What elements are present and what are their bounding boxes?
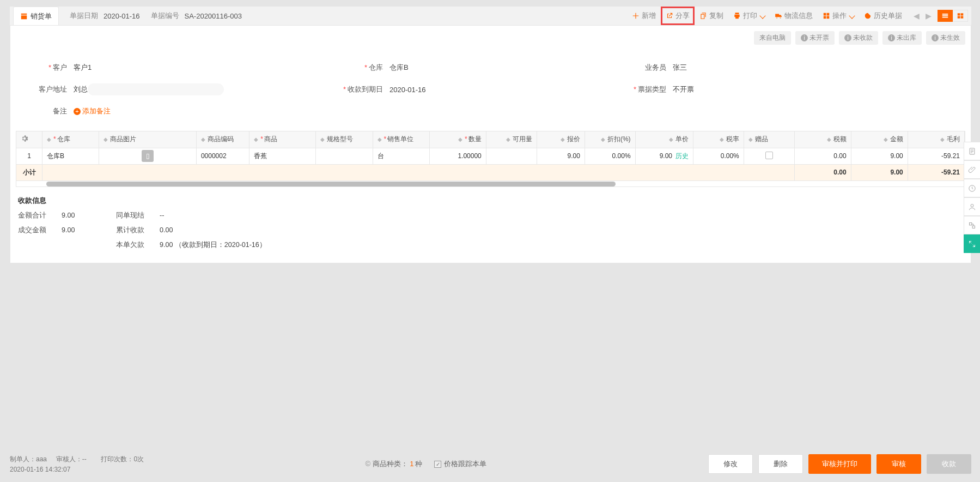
invoicetype-value[interactable]: 不开票 [673,85,694,94]
audit-button[interactable]: 审核 [876,454,921,474]
col-unit[interactable]: ◆*销售单位 [373,131,429,148]
edit-button[interactable]: 修改 [708,454,753,474]
delete-button[interactable]: 删除 [758,454,803,474]
salesman-value[interactable]: 张三 [673,63,687,73]
rail-user-icon[interactable] [964,197,980,216]
chevron-down-icon [849,13,855,19]
col-spec[interactable]: ◆规格型号 [316,131,373,148]
receive-button[interactable]: 收款 [927,454,971,474]
horizontal-scrollbar[interactable] [16,181,965,187]
col-code[interactable]: ◆商品编码 [196,131,249,148]
col-profit[interactable]: ◆毛利 [908,131,964,148]
cell-unit[interactable]: 台 [373,148,429,164]
audit-print-button[interactable]: 审核并打印 [808,454,871,474]
status-no-out[interactable]: i未出库 [882,31,922,45]
col-qty[interactable]: ◆*数量 [429,131,486,148]
subtotal-profit: -59.21 [908,164,964,180]
payment-title: 收款信息 [18,196,963,206]
rail-expand-icon[interactable] [964,234,980,253]
image-placeholder-icon: ▯ [142,150,154,162]
share-button-highlight: 分享 [661,7,695,25]
checkbox-icon[interactable] [765,152,773,159]
cell-price[interactable]: 9.00历史 [635,148,693,164]
col-gift[interactable]: ◆赠品 [744,131,794,148]
col-discount[interactable]: ◆折扣(%) [585,131,635,148]
col-taxrate[interactable]: ◆税率 [693,131,744,148]
debt-value: 9.00 （收款到期日：2020-01-16） [160,240,266,250]
sales-order-icon [20,13,28,20]
rail-note-icon[interactable] [964,142,980,160]
print-button[interactable]: 打印 [728,7,770,25]
add-remark-link[interactable]: +添加备注 [74,106,111,116]
footer: 制单人：aaa 审核人：-- 打印次数：0次 2020-01-16 14:32:… [10,450,971,478]
cell-gift[interactable] [744,148,794,164]
doc-no-label: 单据编号 [151,11,179,21]
share-icon [666,12,673,20]
col-product[interactable]: ◆*商品 [249,131,316,148]
price-follow-checkbox[interactable]: ✓价格跟踪本单 [434,459,486,469]
cell-code[interactable]: 0000002 [196,148,249,164]
cell-taxrate[interactable]: 0.00% [693,148,744,164]
cell-spec[interactable] [316,148,373,164]
prev-doc-button[interactable]: ◀ [910,10,922,22]
copy-button[interactable]: 复制 [695,7,728,25]
subtotal-amount: 9.00 [851,164,908,180]
address-redacted [88,83,224,95]
logistics-button[interactable]: 物流信息 [770,7,818,25]
col-warehouse[interactable]: ◆*仓库 [42,131,99,148]
acc-label: 累计收款 [116,226,155,235]
col-settings[interactable] [16,131,42,148]
warehouse-value[interactable]: 仓库B [389,63,409,73]
status-source: 来自电脑 [754,31,791,45]
total-label: 金额合计 [18,211,57,220]
col-quote[interactable]: ◆报价 [537,131,585,148]
status-no-invoice[interactable]: i未开票 [795,31,835,45]
cell-product[interactable]: 香蕉 [249,148,316,164]
settle-value: -- [160,212,164,219]
new-button[interactable]: 新增 [627,7,661,25]
view-list-button[interactable] [938,10,953,22]
subtotal-row: 小计 0.00 9.00 -59.21 [16,164,965,180]
warehouse-label: 仓库 [369,63,383,71]
cell-image[interactable]: ▯ [99,148,197,164]
col-amount[interactable]: ◆金额 [851,131,908,148]
payment-section: 收款信息 金额合计9.00 成交金额9.00 同单现结-- 累计收款0.00 本… [10,187,971,255]
price-history-link[interactable]: 历史 [675,152,689,160]
col-tax[interactable]: ◆税额 [794,131,851,148]
share-button[interactable]: 分享 [666,7,690,25]
customer-value[interactable]: 客户1 [74,63,92,73]
next-doc-button[interactable]: ▶ [922,10,934,22]
cell-discount[interactable]: 0.00% [585,148,635,164]
doc-date-value: 2020-01-16 [104,12,140,20]
form-area: *客户客户1 *仓库仓库B 业务员张三 客户地址刘总 *收款到期日2020-01… [10,45,971,126]
status-no-receive[interactable]: i未收款 [839,31,878,45]
col-avail[interactable]: ◆可用量 [486,131,537,148]
address-value[interactable]: 刘总 [74,85,88,94]
document-card: 来自电脑 i未开票 i未收款 i未出库 i未生效 *客户客户1 *仓库仓库B 业… [10,25,971,263]
view-card-button[interactable] [953,10,968,22]
plus-circle-icon: + [74,108,81,115]
history-button[interactable]: 历史单据 [859,7,907,25]
info-icon: i [888,34,895,41]
duedate-value[interactable]: 2020-01-16 [389,86,426,94]
debt-label: 本单欠款 [116,240,155,250]
operations-button[interactable]: 操作 [818,7,859,25]
cell-warehouse[interactable]: 仓库B [42,148,99,164]
cell-quote[interactable]: 9.00 [537,148,585,164]
scrollbar-thumb[interactable] [46,182,616,186]
col-price[interactable]: ◆单价 [635,131,693,148]
rail-attach-icon[interactable] [964,160,980,179]
chevron-down-icon [759,13,765,19]
document-tab[interactable]: 销货单 [13,7,59,25]
tab-title: 销货单 [31,11,52,21]
info-icon: i [932,34,939,41]
status-ineffective[interactable]: i未生效 [926,31,965,45]
col-img[interactable]: ◆商品图片 [99,131,197,148]
print-icon [733,12,741,20]
cell-qty[interactable]: 1.00000 [429,148,486,164]
rail-time-icon[interactable] [964,179,980,197]
table-row[interactable]: 1 仓库B ▯ 0000002 香蕉 台 1.00000 9.00 0.00% … [16,148,965,164]
rail-related-icon[interactable] [964,216,980,234]
salesman-label: 业务员 [645,63,666,71]
customer-label: 客户 [53,63,67,71]
